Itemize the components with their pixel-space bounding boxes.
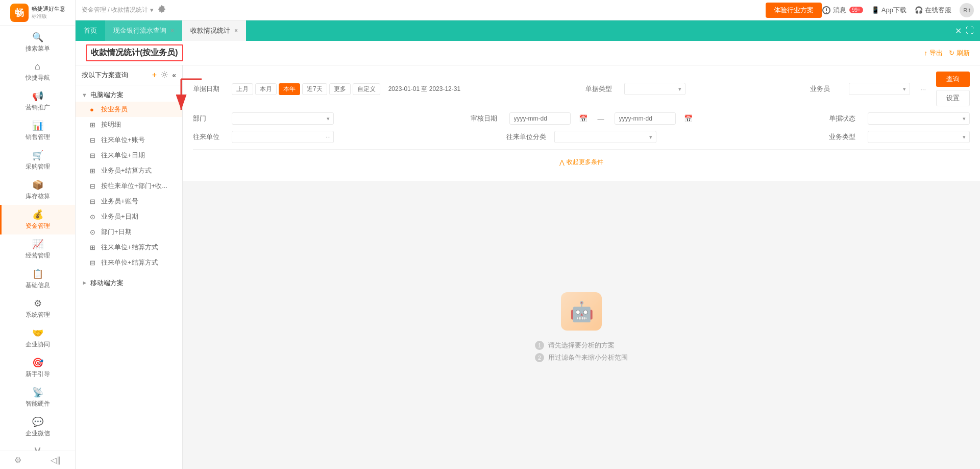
collapse-sidebar-btn[interactable]: ◁∥ — [51, 455, 61, 465]
finance-icon: 💰 — [32, 209, 43, 220]
sidebar-item-enterprise[interactable]: 🤝 企业协同 — [0, 323, 75, 353]
user-avatar[interactable]: Rit — [960, 3, 974, 17]
sidebar-item-vip[interactable]: V 畅会员 — [0, 442, 75, 451]
sidebar-item-basic-info[interactable]: 📋 基础信息 — [0, 264, 75, 294]
step-num-2: 2 — [535, 353, 544, 362]
date-filter-label: 单据日期 — [193, 84, 224, 93]
counterpart-cat-select[interactable] — [554, 131, 656, 143]
tab-maximize-btn[interactable]: ⛶ — [966, 26, 974, 35]
scheme-label-sd: 业务员+日期 — [101, 212, 138, 221]
trial-btn[interactable]: 体验行业方案 — [766, 3, 822, 18]
settings-button[interactable]: 设置 — [936, 90, 970, 106]
breadcrumb-text: 资金管理 / 收款情况统计 — [82, 6, 148, 14]
sidebar-item-inventory[interactable]: 📦 库存核算 — [0, 175, 75, 205]
tab-collection-stats[interactable]: 收款情况统计 × — [182, 20, 246, 41]
salesperson-select[interactable] — [849, 83, 910, 95]
left-panel-collapse-btn[interactable]: « — [172, 71, 176, 79]
review-date-to[interactable] — [615, 112, 676, 125]
sidebar-item-label-sales: 销售管理 — [26, 133, 50, 142]
sidebar-item-label-smart: 智能硬件 — [26, 400, 50, 408]
scheme-item-cs1[interactable]: ⊞ 往来单位+结算方式 — [76, 240, 182, 255]
breadcrumb-dropdown-icon[interactable]: ▾ — [150, 6, 154, 14]
scheme-item-salesperson-settlement[interactable]: ⊞ 业务员+结算方式 — [76, 163, 182, 178]
scheme-item-salesperson-date[interactable]: ⊙ 业务员+日期 — [76, 209, 182, 224]
review-date-from[interactable] — [509, 112, 571, 125]
dept-select[interactable] — [232, 112, 334, 125]
sidebar-item-label-enterprise: 企业协同 — [26, 340, 50, 349]
sidebar-item-purchase[interactable]: 🛒 采购管理 — [0, 146, 75, 175]
biz-type-select[interactable] — [868, 131, 970, 143]
empty-robot-icon: 🤖 — [561, 292, 602, 331]
scheme-item-counterpart-account[interactable]: ⊟ 往来单位+账号 — [76, 132, 182, 148]
tab-bank-flow[interactable]: 现金银行流水查询 × — [105, 20, 182, 41]
salesperson-more-icon[interactable]: ··· — [920, 85, 926, 93]
date-btn-this-month[interactable]: 本月 — [255, 83, 277, 95]
collapse-button[interactable]: ⋀ 收起更多条件 — [559, 154, 603, 171]
date-btn-custom[interactable]: 自定义 — [353, 83, 380, 95]
desktop-group-title[interactable]: ▼ 电脑端方案 — [76, 88, 182, 102]
app-download-button[interactable]: 📱 App下载 — [871, 6, 906, 15]
scheme-item-by-detail[interactable]: ⊞ 按明细 — [76, 117, 182, 132]
page-title: 收款情况统计(按业务员) — [86, 44, 183, 61]
collapse-chevron-icon: ⋀ — [559, 159, 565, 166]
calendar-to-icon[interactable]: 📅 — [684, 114, 693, 123]
tab-home[interactable]: 首页 — [76, 20, 105, 41]
scheme-item-salesperson-account[interactable]: ⊟ 业务员+账号 — [76, 194, 182, 209]
header-settings-icon[interactable] — [158, 5, 166, 15]
tab-bank-flow-close[interactable]: × — [170, 27, 174, 34]
left-panel-add-btn[interactable]: + — [152, 71, 157, 80]
date-btn-this-year[interactable]: 本年 — [279, 83, 300, 95]
sidebar-nav: 🔍 搜索菜单 ⌂ 快捷导航 📢 营销推广 📊 销售管理 🛒 采购管理 📦 — [0, 26, 75, 451]
logo-icon: 畅 — [10, 4, 29, 22]
sidebar-item-wechat[interactable]: 💬 企业微信 — [0, 412, 75, 442]
message-button[interactable]: 消息 99+ — [822, 6, 863, 15]
tab-collection-close[interactable]: × — [234, 27, 238, 34]
desktop-scheme-group: ▼ 电脑端方案 ● 按业务员 ⊞ 按明细 ⊟ 往 — [76, 85, 182, 273]
left-panel-settings-btn[interactable] — [161, 71, 168, 80]
date-btn-7days[interactable]: 近7天 — [302, 83, 327, 95]
empty-state: 🤖 1 请先选择要分析的方案 2 用过滤条件来缩小分析范围 — [535, 285, 628, 365]
scheme-item-by-salesperson[interactable]: ● 按业务员 — [76, 102, 182, 117]
settings-footer-btn[interactable]: ⚙ — [14, 455, 21, 465]
refresh-label: 刷新 — [957, 49, 970, 58]
refresh-button[interactable]: ↻ 刷新 — [949, 49, 970, 58]
sidebar-item-marketing[interactable]: 📢 营销推广 — [0, 86, 75, 116]
sidebar-item-sales[interactable]: 📊 销售管理 — [0, 116, 75, 146]
scheme-item-by-counterpart-dept[interactable]: ⊟ 按往来单位+部门+收... — [76, 178, 182, 194]
sidebar-item-label-inventory: 库存核算 — [26, 192, 50, 201]
mobile-group-title[interactable]: ▼ 移动端方案 — [76, 276, 182, 290]
scheme-item-counterpart-date[interactable]: ⊟ 往来单位+日期 — [76, 148, 182, 163]
sidebar-item-quick-nav[interactable]: ⌂ 快捷导航 — [0, 57, 75, 86]
tab-close-all-btn[interactable]: ✕ — [955, 26, 962, 36]
sidebar-item-smart-hw[interactable]: 📡 智能硬件 — [0, 383, 75, 412]
sidebar-item-search-menu[interactable]: 🔍 搜索菜单 — [0, 28, 75, 57]
message-label: 消息 — [833, 6, 846, 15]
tab-bank-flow-label: 现金银行流水查询 — [113, 26, 166, 35]
scheme-item-dept-date[interactable]: ⊙ 部门+日期 — [76, 224, 182, 240]
type-select[interactable] — [624, 83, 685, 95]
online-service-button[interactable]: 🎧 在线客服 — [915, 6, 951, 15]
sidebar-item-finance[interactable]: 💰 资金管理 — [0, 205, 75, 235]
sidebar-item-guide[interactable]: 🎯 新手引导 — [0, 353, 75, 383]
scheme-icon-dd: ⊙ — [90, 228, 98, 236]
sidebar-item-operation[interactable]: 📈 经营管理 — [0, 235, 75, 264]
operation-icon: 📈 — [32, 239, 43, 250]
counterpart-input[interactable] — [232, 131, 334, 143]
query-area: 查询 设置 — [936, 72, 970, 106]
page-title-bar: 收款情况统计(按业务员) ↑ 导出 ↻ 刷新 — [76, 41, 980, 65]
status-select[interactable] — [868, 112, 970, 125]
export-button[interactable]: ↑ 导出 — [924, 49, 943, 58]
scheme-item-cs2[interactable]: ⊟ 往来单位+结算方式 — [76, 255, 182, 270]
scheme-icon-sa: ⊟ — [90, 198, 98, 205]
date-btn-more[interactable]: 更多 — [329, 83, 351, 95]
calendar-from-icon[interactable]: 📅 — [579, 114, 587, 123]
counterpart-more-icon[interactable]: ··· — [326, 133, 331, 140]
sidebar-item-system[interactable]: ⚙ 系统管理 — [0, 294, 75, 323]
biz-type-wrapper — [868, 131, 970, 143]
mobile-icon: 📱 — [871, 6, 879, 14]
date-btn-last-month[interactable]: 上月 — [232, 83, 253, 95]
query-button[interactable]: 查询 — [936, 72, 970, 87]
empty-steps: 1 请先选择要分析的方案 2 用过滤条件来缩小分析范围 — [535, 341, 628, 365]
quick-nav-icon: ⌂ — [35, 61, 40, 72]
app-download-label: App下载 — [881, 6, 906, 15]
